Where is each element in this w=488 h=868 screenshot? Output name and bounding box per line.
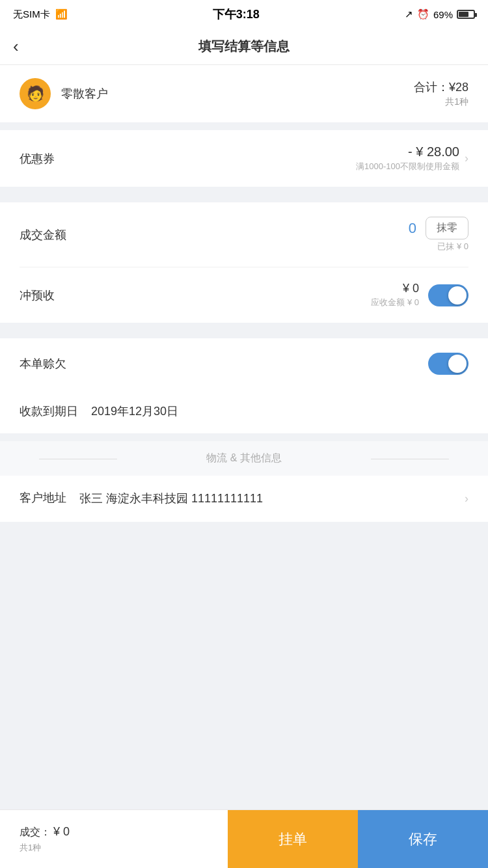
advance-right: ¥ 0 应收金额 ¥ 0 <box>371 282 468 308</box>
due-date-label: 收款到期日 <box>20 403 78 419</box>
advance-sub: 应收金额 ¥ 0 <box>371 297 419 308</box>
coupon-label: 优惠券 <box>20 151 55 167</box>
coupon-section[interactable]: 优惠券 - ¥ 28.00 满1000-100不限制使用金额 › <box>0 130 488 187</box>
total-count: 共1种 <box>414 96 468 108</box>
hang-label: 挂单 <box>278 830 307 849</box>
due-date-value: 2019年12月30日 <box>91 403 178 419</box>
status-right: ↗ ⏰ 69% <box>405 8 475 20</box>
advance-row: 冲预收 ¥ 0 应收金额 ¥ 0 <box>20 267 468 323</box>
credit-label: 本单赊欠 <box>20 356 66 372</box>
transaction-section: 成交金额 0 抹零 已抹 ¥ 0 冲预收 ¥ 0 应收金额 ¥ 0 <box>0 202 488 323</box>
sim-text: 无SIM卡 <box>13 8 50 21</box>
save-button[interactable]: 保存 <box>358 810 488 868</box>
bottom-info: 成交： ¥ 0 共1种 <box>0 810 228 868</box>
content: 🧑 零散客户 合计：¥28 共1种 优惠券 - ¥ 28.00 满1000-10… <box>0 65 488 587</box>
section-divider-2 <box>0 323 488 331</box>
amount-value: 0 <box>409 220 416 237</box>
save-label: 保存 <box>409 830 437 849</box>
logistics-header-text: 物流 & 其他信息 <box>206 452 282 463</box>
alarm-icon: ⏰ <box>417 8 429 20</box>
advance-amounts: ¥ 0 应收金额 ¥ 0 <box>371 282 419 308</box>
wifi-icon: 📶 <box>55 8 68 20</box>
coupon-info: - ¥ 28.00 满1000-100不限制使用金额 <box>356 144 459 172</box>
toggle-knob <box>448 286 467 305</box>
coupon-discount: - ¥ 28.00 <box>356 144 459 159</box>
coupon-description: 满1000-100不限制使用金额 <box>356 161 459 172</box>
battery-percent: 69% <box>433 9 453 20</box>
location-icon: ↗ <box>405 8 413 20</box>
page-title: 填写结算等信息 <box>198 38 290 55</box>
customer-name: 零散客户 <box>61 86 108 102</box>
logistics-header: 物流 & 其他信息 <box>0 441 488 476</box>
credit-toggle[interactable] <box>428 353 468 375</box>
address-left: 客户地址 张三 海淀永丰科技园 11111111111 <box>20 490 263 508</box>
battery-icon <box>457 10 475 19</box>
chevron-right-icon: › <box>465 152 468 165</box>
credit-toggle-knob <box>448 355 467 373</box>
status-bar: 无SIM卡 📶 下午3:18 ↗ ⏰ 69% <box>0 0 488 29</box>
credit-section: 本单赊欠 <box>0 338 488 389</box>
coupon-right: - ¥ 28.00 满1000-100不限制使用金额 › <box>356 144 468 172</box>
bottom-bar: 成交： ¥ 0 共1种 挂单 保存 <box>0 809 488 868</box>
avatar-icon: 🧑 <box>27 85 44 102</box>
back-icon: ‹ <box>13 36 19 57</box>
address-value: 张三 海淀永丰科技园 11111111111 <box>79 490 263 508</box>
bottom-deal-row: 成交： ¥ 0 <box>20 825 208 839</box>
amount-right: 0 抹零 已抹 ¥ 0 <box>409 217 468 252</box>
status-left: 无SIM卡 📶 <box>13 8 68 21</box>
advance-toggle[interactable] <box>428 284 468 306</box>
status-time: 下午3:18 <box>213 7 260 22</box>
advance-label: 冲预收 <box>20 288 55 303</box>
credit-row: 本单赊欠 <box>20 338 468 389</box>
advance-amount: ¥ 0 <box>371 282 419 295</box>
amount-label: 成交金额 <box>20 227 66 243</box>
transaction-right: 0 抹零 <box>409 217 468 239</box>
nav-bar: ‹ 填写结算等信息 <box>0 29 488 65</box>
customer-total: 合计：¥28 共1种 <box>414 79 468 108</box>
address-chevron-icon: › <box>465 492 468 506</box>
due-date-section: 收款到期日 2019年12月30日 <box>0 389 488 433</box>
round-off-button[interactable]: 抹零 <box>426 217 468 239</box>
address-section[interactable]: 客户地址 张三 海淀永丰科技园 11111111111 › <box>0 476 488 522</box>
total-amount: 合计：¥28 <box>414 79 468 95</box>
customer-info: 🧑 零散客户 <box>20 78 108 109</box>
bottom-count: 共1种 <box>20 842 208 854</box>
transaction-amount-row: 成交金额 0 抹零 已抹 ¥ 0 <box>20 202 468 267</box>
hang-button[interactable]: 挂单 <box>228 810 358 868</box>
logistics-divider <box>0 433 488 441</box>
customer-section: 🧑 零散客户 合计：¥28 共1种 <box>0 65 488 122</box>
back-button[interactable]: ‹ <box>13 36 19 57</box>
bottom-deal-label: 成交： <box>20 826 51 839</box>
section-divider-1 <box>0 195 488 202</box>
bottom-deal-amount: ¥ 0 <box>53 825 70 839</box>
customer-avatar: 🧑 <box>20 78 51 109</box>
address-label: 客户地址 <box>20 490 66 506</box>
already-rounded: 已抹 ¥ 0 <box>409 241 468 252</box>
